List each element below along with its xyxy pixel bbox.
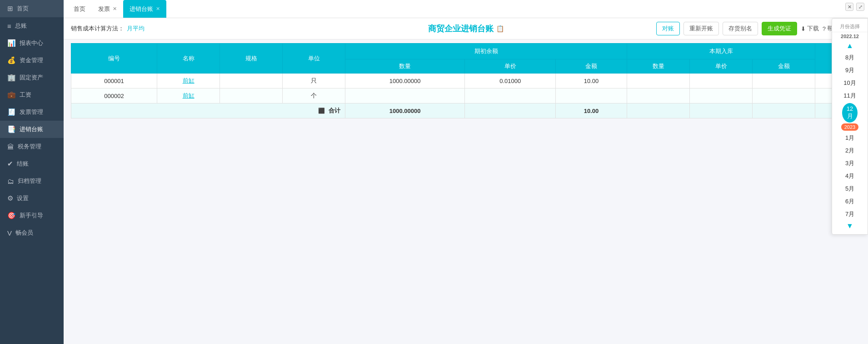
table-row: 000001 前缸 只 1000.00000 0.01000 10.00 [71,74,861,88]
checkout-icon: ✔ [7,160,13,168]
salary-icon: 💼 [7,91,16,99]
month-6[interactable]: 6月 [832,195,868,208]
cell-name: 前缸 [157,88,220,103]
reopen-button[interactable]: 重新开账 [683,22,719,35]
settings-icon: ⚙ [7,194,13,202]
sidebar-item-funds[interactable]: 💰 资金管理 [0,52,64,69]
sidebar-item-settings[interactable]: ⚙ 设置 [0,190,64,207]
total-rk-price [690,103,753,118]
cell-spec [220,74,283,88]
tax-icon: 🏛 [7,143,14,151]
funds-icon: 💰 [7,56,16,64]
cell-qc-qty: 1000.00000 [345,74,465,88]
sidebar-item-jinxiao[interactable]: 📑 进销台账 [0,121,64,138]
reports-icon: 📊 [7,39,16,47]
save-alias-button[interactable]: 存货别名 [723,22,758,35]
title-icon: 📋 [496,25,504,32]
sidebar-item-reports[interactable]: 📊 报表中心 [0,34,64,52]
sub-qc-amount: 金额 [555,59,627,74]
sidebar-item-invoice-mgmt[interactable]: 🧾 发票管理 [0,103,64,121]
month-3[interactable]: 3月 [832,157,868,170]
total-icon: ⬛ [318,108,325,114]
invoice-icon: 🧾 [7,108,16,116]
sidebar-item-archive[interactable]: 🗂 归档管理 [0,172,64,190]
cell-id: 000002 [71,88,157,103]
sidebar-item-salary[interactable]: 💼 工资 [0,86,64,103]
tab-bar: 首页 发票 ✕ 进销台账 ✕ [64,0,868,18]
cell-rk-amount [753,88,815,103]
sidebar-item-guide[interactable]: 🎯 新手引导 [0,207,64,224]
month-5[interactable]: 5月 [832,182,868,195]
cell-spec [220,88,283,103]
month-2[interactable]: 2月 [832,144,868,157]
cell-qc-qty [345,88,465,103]
maximize-button[interactable]: ⤢ [856,3,864,11]
sub-rk-amount: 金额 [753,59,815,74]
month-next-button[interactable]: ▼ [832,221,868,231]
ledger-icon: ≡ [7,22,11,30]
close-button[interactable]: ✕ [845,3,853,11]
cell-unit: 个 [283,88,345,103]
total-qc-qty: 1000.00000 [345,103,465,118]
sidebar-item-assets[interactable]: 🏢 固定资产 [0,69,64,86]
month-1[interactable]: 1月 [832,132,868,144]
month-11[interactable]: 11月 [832,89,868,102]
sidebar-item-checkout[interactable]: ✔ 结账 [0,155,64,172]
total-qc-price [465,103,556,118]
download-button[interactable]: ⬇ 下载 [801,25,819,33]
sidebar-item-home[interactable]: ⊞ 首页 [0,0,64,17]
cell-unit: 只 [283,74,345,88]
group-qcye-header: 期初余额 [345,44,627,59]
cell-rk-price [690,88,753,103]
month-9[interactable]: 9月 [832,64,868,77]
total-label: ⬛ 合计 [71,103,345,118]
vip-icon: V [7,229,12,237]
guide-icon: 🎯 [7,211,16,220]
assets-icon: 🏢 [7,74,16,82]
sidebar: ⊞ 首页 ≡ 总账 📊 报表中心 💰 资金管理 🏢 固定资产 💼 工资 🧾 发票… [0,0,64,344]
archive-icon: 🗂 [7,177,14,185]
sidebar-item-ledger[interactable]: ≡ 总账 [0,17,64,34]
sub-rk-qty: 数量 [627,59,690,74]
cell-qc-amount [555,88,627,103]
month-7[interactable]: 7月 [832,208,868,221]
sidebar-item-vip[interactable]: V 畅会员 [0,224,64,241]
month-prev-button[interactable]: ▲ [832,40,868,51]
generate-button[interactable]: 生成凭证 [762,22,797,35]
total-rk-qty [627,103,690,118]
close-invoice-tab[interactable]: ✕ [113,6,117,12]
total-rk-amount [753,103,815,118]
sub-rk-price: 单价 [690,59,753,74]
page-title: 商贸企业进销台账 📋 [428,23,504,34]
year-2023-badge: 2023 [841,123,858,131]
jinxiao-icon: 📑 [7,125,16,133]
cell-qc-amount: 10.00 [555,74,627,88]
download-icon: ⬇ [801,25,806,32]
tab-jinxiao[interactable]: 进销台账 ✕ [123,0,166,18]
month-8[interactable]: 8月 [832,51,868,64]
cell-rk-amount [753,74,815,88]
tab-invoice[interactable]: 发票 ✕ [92,0,123,18]
sub-qc-qty: 数量 [345,59,465,74]
table-container: 编号 名称 规格 单位 期初余额 本期入库 数 数量 单价 金额 数量 单价 金… [64,39,868,344]
month-10[interactable]: 10月 [832,77,868,89]
total-row: ⬛ 合计 1000.00000 10.00 [71,103,861,118]
month-4[interactable]: 4月 [832,170,868,182]
month-12[interactable]: 12月 [842,103,858,123]
cost-method: 销售成本计算方法： 月平均 [71,25,145,33]
group-bqrk-header: 本期入库 [627,44,815,59]
close-jinxiao-tab[interactable]: ✕ [156,6,160,12]
total-qc-amount: 10.00 [555,103,627,118]
cell-qc-price [465,88,556,103]
home-icon: ⊞ [7,5,13,13]
col-spec-header: 规格 [220,44,283,74]
toolbar: 销售成本计算方法： 月平均 商贸企业进销台账 📋 对账 重新开账 存货别名 生成… [64,18,868,39]
window-controls: ✕ ⤢ [845,3,864,11]
toolbar-actions: 对账 重新开账 存货别名 生成凭证 ⬇ 下载 ? 帮助 ↻ 刷新 [656,22,861,35]
main-table: 编号 名称 规格 单位 期初余额 本期入库 数 数量 单价 金额 数量 单价 金… [71,43,861,118]
duizhang-button[interactable]: 对账 [656,22,680,35]
tab-home[interactable]: 首页 [67,0,92,18]
month-panel: 月份选择 2022.12 ▲ 8月 9月 10月 11月 12月 2023 1月… [832,18,868,235]
sidebar-item-tax[interactable]: 🏛 税务管理 [0,138,64,155]
table-row: 000002 前缸 个 [71,88,861,103]
